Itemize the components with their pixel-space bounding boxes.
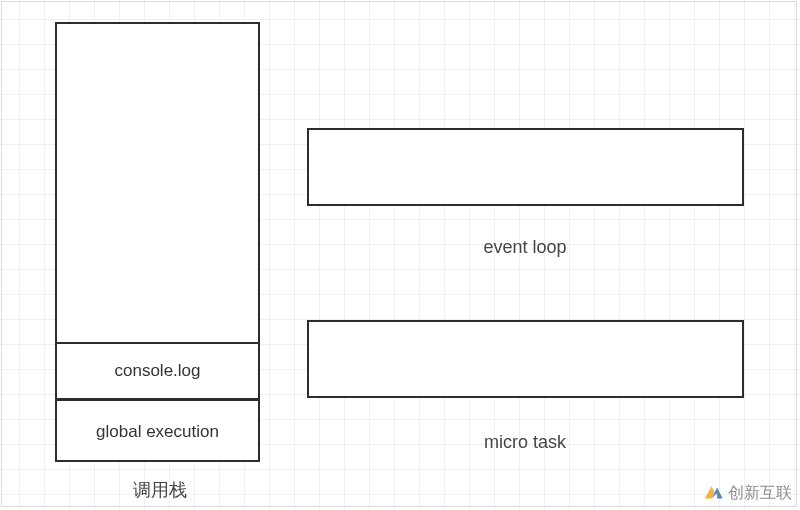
micro-task-box bbox=[307, 320, 744, 398]
micro-task-label: micro task bbox=[440, 432, 610, 453]
diagram-canvas: console.log global execution 调用栈 event l… bbox=[0, 0, 800, 510]
stack-frame-global-execution: global execution bbox=[57, 398, 258, 462]
watermark-text: 创新互联 bbox=[728, 483, 792, 504]
logo-icon bbox=[702, 482, 724, 504]
event-loop-label: event loop bbox=[440, 237, 610, 258]
event-loop-box bbox=[307, 128, 744, 206]
call-stack-label: 调用栈 bbox=[110, 478, 210, 502]
stack-frame-console-log: console.log bbox=[57, 342, 258, 398]
call-stack-box: console.log global execution bbox=[55, 22, 260, 462]
watermark: 创新互联 bbox=[702, 482, 792, 504]
